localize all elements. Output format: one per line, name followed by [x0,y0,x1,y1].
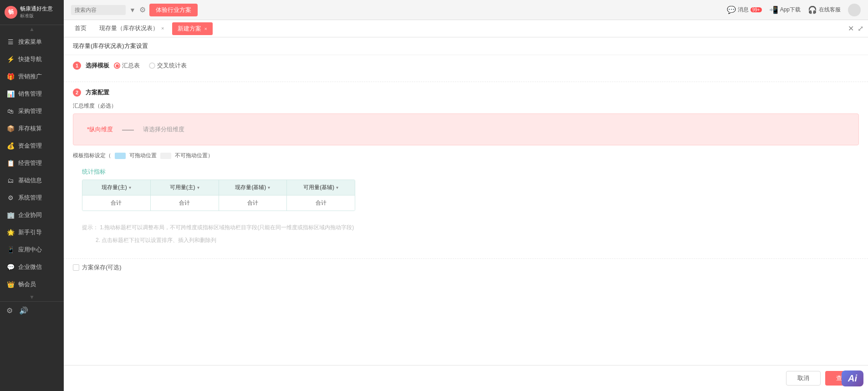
radio-summary-dot [114,62,120,69]
sidebar-item-search-menu[interactable]: ☰ 搜索菜单 [0,33,64,51]
stats-header-row: 现存量(主) ▾ 可用量(主) ▾ 现存量(基辅) ▾ 可用量(基辅) [82,180,355,195]
step1-title: 选择模板 [86,62,109,70]
sidebar-item-purchase[interactable]: 🛍 采购管理 [0,103,64,120]
sidebar-item-sales[interactable]: 📊 销售管理 [0,85,64,103]
user-avatar[interactable] [848,4,861,16]
tab-inventory[interactable]: 现存量（库存状况表） × [93,20,170,37]
message-item[interactable]: 💬 消息 99+ [727,5,762,14]
sidebar: 畅 畅康通好生意 标准版 ▲ ☰ 搜索菜单 ⚡ 快捷导航 🎁 营销推广 📊 销售… [0,0,64,391]
stats-col-2[interactable]: 现存量(基辅) ▾ [219,180,287,195]
online-service-label: 在线客服 [819,6,841,14]
tab-home-label: 首页 [75,24,87,32]
step2-title: 方案配置 [86,88,109,97]
save-checkbox[interactable] [73,264,79,271]
radio-summary-label: 汇总表 [122,62,140,70]
hints-section: 提示： 1.拖动标题栏可以调整布局，不可跨维度或指标区域拖动栏目字段(只能在同一… [73,216,859,252]
sidebar-item-app-center[interactable]: 📱 应用中心 [0,241,64,258]
tab-inventory-close[interactable]: × [161,26,164,31]
app-download-icon: 📲 [769,5,778,14]
main-area: ▼ ⚙ 体验行业方案 💬 消息 99+ 📲 App下载 🎧 在线客服 首页 [64,0,868,391]
audio-icon[interactable]: 🔊 [19,306,28,315]
sidebar-item-system[interactable]: ⚙ 系统管理 [0,189,64,206]
tab-new-plan[interactable]: 新建方案 × [172,22,212,35]
sidebar-item-label: 新手引导 [18,228,42,237]
stats-data-2: 合计 [219,195,287,211]
stats-col-3[interactable]: 可用量(基辅) ▾ [287,180,355,195]
topbar-right: 💬 消息 99+ 📲 App下载 🎧 在线客服 [727,4,861,16]
col-3-chevron: ▾ [336,185,338,190]
app-name: 畅康通好生意 [20,5,53,13]
sidebar-scroll-up[interactable]: ▲ [0,25,64,33]
tabs-right-actions: ✕ ⤢ [848,24,863,33]
app-center-icon: 📱 [6,246,15,254]
sidebar-item-inventory[interactable]: 📦 库存核算 [0,120,64,137]
cancel-button[interactable]: 取消 [786,371,821,386]
tab-expand-icon[interactable]: ⤢ [858,24,863,33]
tab-minimize-icon[interactable]: ✕ [848,24,854,33]
app-download-item[interactable]: 📲 App下载 [769,5,801,14]
radio-summary[interactable]: 汇总表 [114,62,140,70]
newbie-icon: 🌟 [6,228,15,237]
sidebar-footer: ⚙ 🔊 [0,301,64,319]
sidebar-item-wechat[interactable]: 💬 企业微信 [0,258,64,276]
topbar-dropdown-arrow[interactable]: ▼ [129,6,136,14]
online-service-item[interactable]: 🎧 在线客服 [808,5,841,14]
tab-home[interactable]: 首页 [68,20,93,37]
topbar-search-input[interactable] [71,5,126,15]
sidebar-item-label: 快捷导航 [18,55,42,63]
message-label: 消息 [738,6,749,14]
purchase-icon: 🛍 [6,107,15,115]
app-edition: 标准版 [20,13,53,19]
ai-badge[interactable]: Ai [842,370,863,386]
member-icon: 👑 [6,280,15,288]
sidebar-item-basic[interactable]: 🗂 基础信息 [0,172,64,189]
non-draggable-indicator [160,153,171,159]
sidebar-item-member[interactable]: 👑 畅会员 [0,276,64,293]
tabs-bar: 首页 现存量（库存状况表） × 新建方案 × ✕ ⤢ [64,20,868,37]
step1-number: 1 [73,62,81,70]
marketing-icon: 🎁 [6,72,15,81]
step1-header: 1 选择模板 汇总表 交叉统计表 [73,62,859,70]
sidebar-item-label: 资金管理 [18,142,42,150]
message-badge: 99+ [751,7,762,12]
sidebar-item-marketing[interactable]: 🎁 营销推广 [0,68,64,85]
stats-section: 统计指标 现存量(主) ▾ 可用量(主) ▾ 现存量(基辅) [73,163,859,216]
topbar-gear-icon[interactable]: ⚙ [139,5,146,14]
content-panel: 现存量(库存状况表)方案设置 1 选择模板 汇总表 交叉统计表 [64,37,868,365]
tab-new-plan-close[interactable]: × [204,26,207,31]
stats-col-1-label: 可用量(主) [170,184,195,191]
service-icon: 🎧 [808,5,817,14]
sidebar-item-label: 应用中心 [18,246,42,254]
sidebar-item-label: 基础信息 [18,176,42,185]
sidebar-item-newbie[interactable]: 🌟 新手引导 [0,224,64,241]
indicator-settings-label: 模板指标设定（ [73,152,111,159]
sidebar-item-finance[interactable]: 💰 资金管理 [0,137,64,154]
sidebar-item-quick-nav[interactable]: ⚡ 快捷导航 [0,51,64,68]
sidebar-item-label: 搜索菜单 [18,38,42,46]
logo-text-block: 畅康通好生意 标准版 [20,5,53,19]
vertical-dim-placeholder: 请选择分组维度 [143,125,184,134]
settings-icon[interactable]: ⚙ [6,306,13,315]
col-0-chevron: ▾ [129,185,131,190]
sidebar-item-label: 企业协同 [18,211,42,219]
tab-inventory-label: 现存量（库存状况表） [99,24,158,32]
sales-icon: 📊 [6,90,15,98]
step2-number: 2 [73,88,81,97]
search-menu-icon: ☰ [6,38,15,46]
message-icon: 💬 [727,5,736,14]
sidebar-scroll-down[interactable]: ▼ [0,293,64,301]
sidebar-item-label: 营销推广 [18,72,42,81]
sidebar-item-operation[interactable]: 📋 经营管理 [0,154,64,172]
save-option-row: 方案保存(可选) [64,259,868,276]
finance-icon: 💰 [6,142,15,150]
hint-2: 2. 点击标题栏下拉可以设置排序、插入列和删除列 [82,235,850,246]
draggable-indicator [115,153,126,159]
stats-table: 现存量(主) ▾ 可用量(主) ▾ 现存量(基辅) ▾ 可用量(基辅) [82,180,355,211]
radio-cross[interactable]: 交叉统计表 [149,62,187,70]
sidebar-item-enterprise[interactable]: 🏢 企业协同 [0,206,64,224]
action-bar: 取消 查询 [64,365,868,391]
stats-col-0[interactable]: 现存量(主) ▾ [82,180,151,195]
industry-plan-button[interactable]: 体验行业方案 [149,4,198,16]
vertical-dim-box[interactable]: *纵向维度 —— 请选择分组维度 [73,113,859,145]
stats-col-1[interactable]: 可用量(主) ▾ [151,180,219,195]
